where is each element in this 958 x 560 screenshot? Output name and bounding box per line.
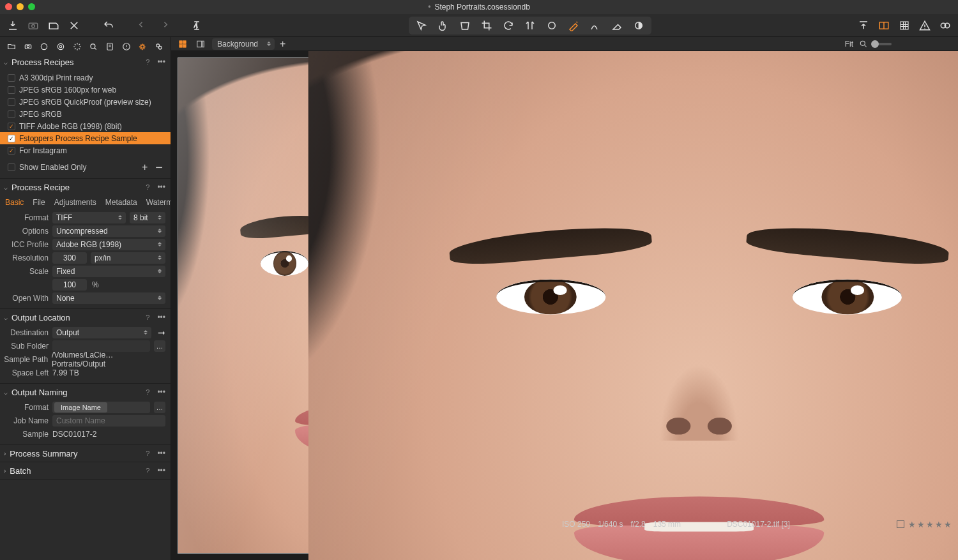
zoom-slider[interactable] (874, 43, 892, 45)
before-after-icon[interactable] (878, 19, 890, 32)
output-naming-header[interactable]: ⌵ Output Naming ? ••• (0, 384, 171, 400)
help-icon[interactable]: ? (143, 388, 152, 396)
add-viewer-button[interactable]: + (280, 38, 285, 50)
help-icon[interactable]: ? (143, 467, 152, 474)
add-recipe-button[interactable]: + (142, 162, 148, 173)
recipe-item[interactable]: JPEG sRGB 1600px for web (0, 84, 171, 96)
cancel-export-icon[interactable] (68, 19, 80, 32)
undo-icon[interactable] (102, 19, 115, 32)
format-select[interactable]: TIFF (52, 212, 126, 223)
minimize-window-button[interactable] (17, 3, 24, 10)
maximize-window-button[interactable] (28, 3, 35, 10)
more-icon[interactable]: ••• (156, 388, 167, 397)
import-icon[interactable] (6, 19, 19, 32)
crop-tool-icon[interactable] (480, 19, 493, 32)
recipe-checkbox[interactable] (8, 86, 15, 94)
output-location-header[interactable]: ⌵ Output Location ? ••• (0, 309, 171, 326)
bitdepth-select[interactable]: 8 bit (130, 212, 165, 223)
scale-value-input[interactable] (52, 279, 87, 291)
recipe-tab-file[interactable]: File (33, 198, 45, 207)
recipe-tab-basic[interactable]: Basic (5, 198, 24, 207)
export-variant-icon[interactable] (47, 19, 60, 32)
recipe-item[interactable]: Fstoppers Process Recipe Sample (0, 132, 171, 144)
library-tab-icon[interactable] (5, 40, 18, 53)
resolution-unit-select[interactable]: px/in (91, 252, 165, 264)
rating-star-4[interactable]: ★ (935, 520, 943, 529)
recipe-item[interactable]: A3 300dpi Print ready (0, 72, 171, 84)
naming-format-browse-button[interactable]: … (154, 402, 165, 413)
background-select[interactable]: Background (212, 38, 275, 50)
recipe-tab-metadata[interactable]: Metadata (105, 198, 137, 207)
close-window-button[interactable] (5, 3, 12, 10)
recipe-item[interactable]: For Instagram (0, 144, 171, 156)
spot-tool-icon[interactable] (545, 19, 558, 32)
primary-view-icon[interactable] (194, 38, 207, 50)
undo-step-icon[interactable] (137, 19, 149, 32)
metadata-tab-icon[interactable] (120, 40, 133, 53)
more-icon[interactable]: ••• (156, 313, 167, 322)
subfolder-input[interactable] (52, 340, 150, 352)
rotate-tool-icon[interactable] (502, 19, 515, 32)
preview-image-after[interactable] (540, 131, 952, 498)
zoom-fit-label[interactable]: Fit (845, 40, 853, 49)
recipe-checkbox[interactable] (8, 147, 15, 155)
recipe-item[interactable]: JPEG sRGB QuickProof (preview size) (0, 96, 171, 108)
lens-tab-icon[interactable] (38, 40, 50, 53)
capture-icon[interactable] (27, 19, 40, 32)
process-recipe-header[interactable]: ⌵ Process Recipe ? ••• (0, 179, 171, 195)
magic-brush-icon[interactable] (567, 19, 580, 32)
destination-select[interactable]: Output (52, 327, 151, 338)
more-icon[interactable]: ••• (156, 466, 167, 475)
recipe-tab-watermark[interactable]: Watermark (146, 198, 171, 207)
recipe-checkbox[interactable] (8, 98, 15, 106)
process-summary-header[interactable]: › Process Summary ? ••• (0, 445, 171, 462)
erase-mask-icon[interactable] (611, 19, 623, 32)
recipe-checkbox[interactable] (8, 123, 15, 130)
icc-select[interactable]: Adobe RGB (1998) (52, 239, 165, 250)
recipe-checkbox[interactable] (8, 110, 15, 118)
recipe-checkbox[interactable] (8, 74, 15, 82)
rating-star-2[interactable]: ★ (917, 520, 925, 529)
reveal-destination-icon[interactable]: ➞ (158, 328, 165, 338)
adjustments-tab-icon[interactable] (103, 40, 116, 53)
recipe-item[interactable]: JPEG sRGB (0, 108, 171, 120)
more-icon[interactable]: ••• (156, 183, 167, 192)
pan-tool-icon[interactable] (437, 19, 450, 32)
loupe-tool-icon[interactable] (459, 19, 471, 32)
gradient-mask-icon[interactable] (632, 19, 645, 32)
focus-mask-icon[interactable] (939, 19, 952, 32)
batch-tab-icon[interactable] (153, 40, 165, 53)
color-tab-icon[interactable] (54, 40, 67, 53)
grid-overlay-icon[interactable] (898, 19, 911, 32)
show-enabled-checkbox[interactable] (8, 163, 15, 171)
more-icon[interactable]: ••• (156, 57, 167, 66)
recipe-tab-adjustments[interactable]: Adjustments (54, 198, 96, 207)
redo-step-icon[interactable] (157, 19, 170, 32)
exposure-tab-icon[interactable] (71, 40, 84, 53)
help-icon[interactable]: ? (143, 58, 152, 66)
options-select[interactable]: Uncompressed (52, 225, 165, 237)
multi-view-icon[interactable] (176, 38, 189, 50)
rating-star-5[interactable]: ★ (944, 520, 952, 529)
batch-header[interactable]: › Batch ? ••• (0, 462, 171, 479)
details-tab-icon[interactable] (87, 40, 100, 53)
warning-overlay-icon[interactable] (918, 19, 931, 32)
rating-star-3[interactable]: ★ (926, 520, 934, 529)
process-recipes-header[interactable]: ⌵ Process Recipes ? ••• (0, 54, 171, 70)
naming-format-field[interactable]: Image Name (52, 402, 150, 413)
reset-icon[interactable]: A (190, 19, 203, 32)
capture-tab-icon[interactable] (22, 40, 34, 53)
recipe-checkbox[interactable] (8, 135, 15, 142)
zoom-loupe-icon[interactable] (857, 38, 870, 50)
help-icon[interactable]: ? (143, 450, 152, 457)
draw-mask-icon[interactable] (589, 19, 602, 32)
color-tag-button[interactable] (897, 520, 904, 528)
recipe-item[interactable]: TIFF Adobe RGB (1998) (8bit) (0, 120, 171, 132)
select-tool-icon[interactable] (415, 19, 428, 32)
remove-recipe-button[interactable]: − (155, 164, 163, 170)
jobname-input[interactable] (52, 415, 165, 427)
help-icon[interactable]: ? (143, 183, 152, 191)
scale-select[interactable]: Fixed (52, 266, 165, 277)
output-tab-icon[interactable] (137, 40, 149, 53)
more-icon[interactable]: ••• (156, 449, 167, 458)
